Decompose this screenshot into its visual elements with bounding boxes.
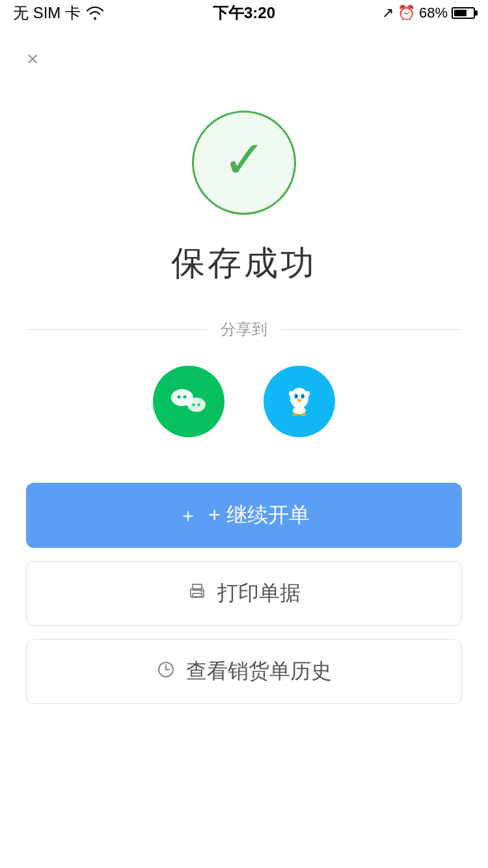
status-right: ↗ ⏰ 68%	[382, 5, 475, 21]
svg-point-13	[289, 391, 293, 396]
battery-icon	[452, 7, 475, 19]
svg-point-5	[197, 403, 200, 406]
battery-fill	[454, 10, 467, 16]
location-icon: ↗	[382, 5, 394, 21]
svg-point-15	[293, 413, 298, 416]
svg-point-3	[187, 398, 206, 412]
status-bar: 无 SIM 卡 下午3:20 ↗ ⏰ 68%	[0, 0, 488, 26]
continue-button[interactable]: ＋ + 继续开单	[26, 483, 462, 548]
main-content: ✓ 保存成功 分享到	[0, 78, 488, 868]
plus-icon: ＋	[178, 502, 198, 529]
share-divider: 分享到	[26, 319, 462, 340]
alarm-icon: ⏰	[398, 5, 415, 21]
svg-rect-19	[193, 593, 202, 597]
share-icons	[153, 366, 335, 437]
svg-point-4	[192, 403, 195, 406]
close-button[interactable]: ×	[13, 39, 52, 78]
history-button[interactable]: 查看销货单历史	[26, 639, 462, 704]
close-icon: ×	[27, 48, 39, 69]
svg-point-2	[183, 395, 186, 398]
action-buttons: ＋ + 继续开单 打印单据 查看销货单历史	[26, 483, 462, 704]
share-label: 分享到	[221, 319, 267, 340]
qq-share-button[interactable]	[264, 366, 335, 437]
success-title: 保存成功	[171, 241, 317, 286]
print-icon	[187, 582, 207, 606]
battery-percent: 68%	[419, 5, 448, 21]
svg-point-9	[295, 396, 297, 398]
success-circle: ✓	[192, 111, 296, 215]
checkmark-icon: ✓	[223, 134, 266, 186]
divider-line-right	[280, 329, 462, 330]
svg-point-6	[290, 388, 308, 409]
continue-label: + 继续开单	[208, 501, 310, 530]
svg-point-1	[177, 395, 180, 398]
svg-point-20	[201, 590, 203, 592]
history-icon	[156, 660, 176, 684]
wechat-share-button[interactable]	[153, 366, 224, 437]
divider-line-left	[26, 329, 208, 330]
print-label: 打印单据	[217, 579, 301, 608]
wifi-icon	[86, 6, 104, 20]
wechat-icon	[168, 381, 210, 423]
svg-point-11	[302, 396, 304, 398]
svg-point-14	[306, 391, 310, 396]
print-button[interactable]: 打印单据	[26, 561, 462, 626]
svg-point-12	[297, 399, 302, 401]
status-left: 无 SIM 卡	[13, 3, 104, 23]
qq-icon	[280, 382, 319, 421]
svg-point-16	[301, 413, 306, 416]
history-label: 查看销货单历史	[186, 657, 332, 686]
status-time: 下午3:20	[213, 3, 275, 23]
carrier-text: 无 SIM 卡	[13, 3, 81, 23]
